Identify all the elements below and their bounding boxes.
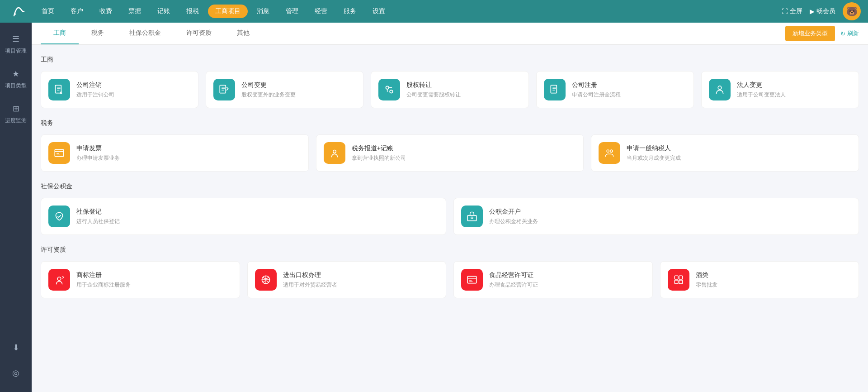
legal-change-info: 法人变更 适用于公司变更法人 (737, 81, 786, 99)
general-taxpayer-title: 申请一般纳税人 (627, 144, 681, 153)
vip-button[interactable]: ▶ 畅会员 (810, 7, 835, 15)
tax-report-title: 税务报道+记账 (352, 144, 406, 153)
svg-rect-11 (467, 215, 476, 221)
housing-fund-info: 公积金开户 办理公积金相关业务 (489, 208, 538, 225)
nav-settings[interactable]: 设置 (365, 5, 392, 18)
sidebar-item-project-manage[interactable]: ☰ 项目管理 (0, 27, 32, 60)
content-area: 工商 税务 社保公积金 许可资质 其他 新增业务类型 ↻ 刷新 工商 (32, 23, 868, 392)
svg-point-8 (333, 150, 336, 153)
tabs-list: 工商 税务 社保公积金 许可资质 其他 (41, 23, 262, 44)
sidebar-item-progress[interactable]: ⊞ 进度监测 (0, 97, 32, 130)
svg-point-9 (607, 150, 609, 152)
company-register-icon (544, 79, 566, 100)
scroll-content[interactable]: 工商 公司注销 适用于注销公司 公司变更 (32, 45, 868, 392)
company-cancel-icon (48, 79, 70, 100)
shebao-cards: 社保登记 进行人员社保登记 公积金开户 办理公积金相关业务 (41, 198, 859, 235)
svg-rect-17 (679, 276, 683, 279)
svg-point-6 (718, 86, 722, 90)
food-license-info: 食品经营许可证 办理食品经营许可证 (489, 271, 538, 289)
svg-point-12 (471, 217, 473, 219)
legal-change-icon (709, 79, 731, 100)
import-export-desc: 适用于对外贸易经营者 (283, 281, 337, 289)
import-export-icon (255, 269, 277, 291)
card-social-security[interactable]: 社保登记 进行人员社保登记 (41, 198, 446, 235)
refresh-button[interactable]: ↻ 刷新 (840, 29, 859, 38)
project-type-icon: ★ (9, 67, 22, 80)
alcohol-info: 酒类 零售批发 (696, 271, 717, 289)
company-cancel-info: 公司注销 适用于注销公司 (76, 81, 114, 99)
card-company-cancel[interactable]: 公司注销 适用于注销公司 (41, 71, 198, 108)
company-change-icon (213, 79, 235, 100)
nav-client[interactable]: 客户 (63, 5, 90, 18)
housing-fund-icon (461, 206, 483, 227)
card-general-taxpayer[interactable]: 申请一般纳税人 当月或次月成变更完成 (591, 134, 859, 172)
nav-manage[interactable]: 管理 (278, 5, 306, 18)
equity-transfer-desc: 公司变更需要股权转让 (406, 91, 461, 99)
food-license-title: 食品经营许可证 (489, 271, 538, 279)
tabs-header: 工商 税务 社保公积金 许可资质 其他 新增业务类型 ↻ 刷新 (32, 23, 868, 45)
nav-operation[interactable]: 经营 (307, 5, 335, 18)
svg-rect-18 (675, 280, 678, 284)
nav-industry[interactable]: 工商项目 (208, 5, 248, 18)
card-food-license[interactable]: 食品经营许可证 办理食品经营许可证 (453, 261, 653, 298)
nav-service[interactable]: 服务 (336, 5, 363, 18)
trademark-title: 商标注册 (76, 271, 131, 279)
legal-change-desc: 适用于公司变更法人 (737, 91, 786, 99)
card-legal-change[interactable]: 法人变更 适用于公司变更法人 (701, 71, 859, 108)
svg-rect-7 (55, 149, 64, 156)
xuke-cards: 商标注册 用于企业商标注册服务 进出口权办理 适用于对外贸易经营者 (41, 261, 859, 298)
svg-rect-2 (220, 85, 226, 93)
card-housing-fund[interactable]: 公积金开户 办理公积金相关业务 (453, 198, 859, 235)
general-taxpayer-info: 申请一般纳税人 当月或次月成变更完成 (627, 144, 681, 162)
tab-shuiwu[interactable]: 税务 (79, 23, 117, 44)
nav-message[interactable]: 消息 (250, 5, 277, 18)
fullscreen-button[interactable]: ⛶ 全屏 (782, 7, 802, 15)
nav-invoice[interactable]: 票据 (121, 5, 148, 18)
card-equity-transfer[interactable]: 股权转让 公司变更需要股权转让 (371, 71, 528, 108)
nav-items: 首页 客户 收费 票据 记账 报税 工商项目 消息 管理 经营 服务 设置 (34, 5, 782, 18)
mascot-avatar: 🐻 (843, 2, 861, 20)
add-type-button[interactable]: 新增业务类型 (785, 26, 835, 41)
tax-report-icon (324, 142, 345, 164)
tab-xuke[interactable]: 许可资质 (174, 23, 224, 44)
svg-point-4 (390, 90, 393, 93)
sidebar-download[interactable]: ⬇ (0, 336, 32, 359)
card-trademark[interactable]: 商标注册 用于企业商标注册服务 (41, 261, 240, 298)
sidebar-item-project-type[interactable]: ★ 项目类型 (0, 62, 32, 95)
tax-report-info: 税务报道+记账 拿到营业执照的新公司 (352, 144, 406, 162)
card-apply-invoice[interactable]: 申请发票 办理申请发票业务 (41, 134, 309, 172)
company-cancel-desc: 适用于注销公司 (76, 91, 114, 99)
svg-rect-5 (551, 85, 557, 93)
card-alcohol[interactable]: 酒类 零售批发 (660, 261, 859, 298)
company-register-title: 公司注册 (572, 81, 621, 89)
svg-point-3 (386, 86, 389, 89)
card-company-change[interactable]: 公司变更 股权变更外的业务变更 (206, 71, 363, 108)
card-company-register[interactable]: 公司注册 申请公司注册全流程 (536, 71, 694, 108)
tab-shebao[interactable]: 社保公积金 (117, 23, 174, 44)
nav-home[interactable]: 首页 (34, 5, 61, 18)
sidebar-location[interactable]: ◎ (0, 361, 32, 385)
nav-tax[interactable]: 报税 (179, 5, 206, 18)
tax-report-desc: 拿到营业执照的新公司 (352, 154, 406, 162)
company-register-info: 公司注册 申请公司注册全流程 (572, 81, 621, 99)
nav-bookkeeping[interactable]: 记账 (150, 5, 177, 18)
social-security-title: 社保登记 (76, 208, 120, 216)
equity-transfer-title: 股权转让 (406, 81, 461, 89)
apply-invoice-desc: 办理申请发票业务 (76, 154, 120, 162)
tab-other[interactable]: 其他 (224, 23, 262, 44)
card-tax-report[interactable]: 税务报道+记账 拿到营业执照的新公司 (316, 134, 584, 172)
nav-fee[interactable]: 收费 (92, 5, 119, 18)
equity-transfer-info: 股权转让 公司变更需要股权转让 (406, 81, 461, 99)
apply-invoice-title: 申请发票 (76, 144, 120, 153)
svg-rect-19 (679, 280, 683, 284)
shuiwu-cards: 申请发票 办理申请发票业务 税务报道+记账 拿到营业执照的新公司 (41, 134, 859, 172)
import-export-title: 进出口权办理 (283, 271, 337, 279)
housing-fund-desc: 办理公积金相关业务 (489, 218, 538, 225)
general-taxpayer-icon (599, 142, 620, 164)
trademark-info: 商标注册 用于企业商标注册服务 (76, 271, 131, 289)
import-export-info: 进出口权办理 适用于对外贸易经营者 (283, 271, 337, 289)
project-manage-icon: ☰ (9, 33, 22, 45)
housing-fund-title: 公积金开户 (489, 208, 538, 216)
tab-gongshang[interactable]: 工商 (41, 23, 79, 44)
card-import-export[interactable]: 进出口权办理 适用于对外贸易经营者 (247, 261, 447, 298)
